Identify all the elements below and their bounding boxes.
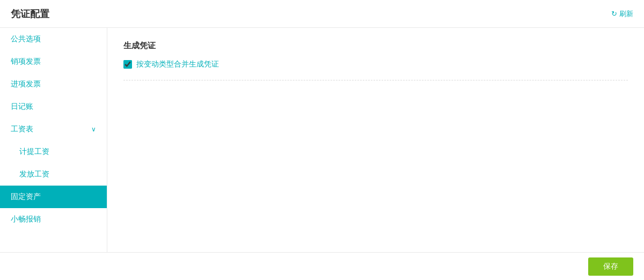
checkbox-row: 按变动类型合并生成凭证 (123, 60, 628, 69)
sidebar-item-label: 日记账 (11, 102, 33, 112)
sidebar-item-label: 发放工资 (19, 170, 49, 179)
section-divider (123, 80, 628, 80)
page-footer: 保存 (0, 252, 644, 280)
sidebar-item-accrued-wages[interactable]: 计提工资 (0, 141, 107, 163)
page-header: 凭证配置 ↻ 刷新 (0, 0, 644, 28)
sidebar-item-label: 公共选项 (11, 34, 41, 44)
content-area: 生成凭证 按变动类型合并生成凭证 (107, 28, 644, 252)
section-title: 生成凭证 (123, 41, 628, 51)
sidebar-item-expense-report[interactable]: 小畅报销 (0, 208, 107, 231)
refresh-button[interactable]: ↻ 刷新 (611, 9, 633, 19)
page-title: 凭证配置 (11, 8, 49, 20)
sidebar-item-label: 小畅报销 (11, 215, 41, 224)
sidebar-item-payroll[interactable]: 工资表∨ (0, 118, 107, 141)
merge-checkbox-label[interactable]: 按变动类型合并生成凭证 (136, 60, 219, 69)
sidebar-item-fixed-assets[interactable]: 固定资产 (0, 186, 107, 208)
sidebar-item-label: 计提工资 (19, 147, 49, 157)
sidebar-item-sales-invoice[interactable]: 销项发票 (0, 50, 107, 73)
save-button[interactable]: 保存 (588, 257, 633, 276)
sidebar-item-label: 工资表 (11, 124, 33, 134)
sidebar-item-label: 固定资产 (11, 192, 41, 202)
main-container: 公共选项销项发票进项发票日记账工资表∨计提工资发放工资固定资产小畅报销 生成凭证… (0, 28, 644, 252)
sidebar-item-label: 销项发票 (11, 57, 41, 67)
sidebar-item-journal[interactable]: 日记账 (0, 95, 107, 118)
refresh-icon: ↻ (611, 10, 617, 18)
sidebar-item-label: 进项发票 (11, 79, 41, 89)
sidebar-item-public-options[interactable]: 公共选项 (0, 28, 107, 50)
refresh-label: 刷新 (619, 9, 633, 19)
sidebar: 公共选项销项发票进项发票日记账工资表∨计提工资发放工资固定资产小畅报销 (0, 28, 107, 252)
chevron-down-icon: ∨ (91, 126, 96, 133)
sidebar-item-purchase-invoice[interactable]: 进项发票 (0, 73, 107, 95)
merge-checkbox[interactable] (123, 60, 132, 69)
sidebar-item-disbursed-wages[interactable]: 发放工资 (0, 163, 107, 186)
